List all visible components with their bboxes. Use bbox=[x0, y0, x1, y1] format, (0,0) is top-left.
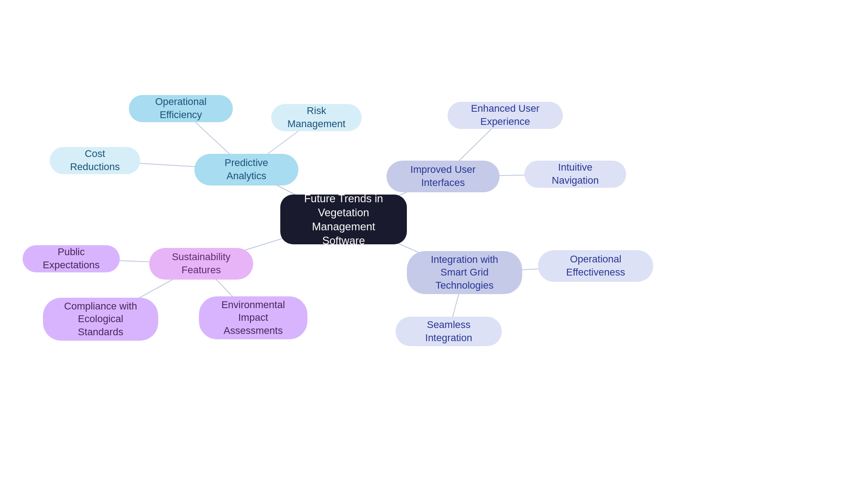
operational-effectiveness-node: Operational Effectiveness bbox=[538, 250, 653, 282]
compliance-ecological-label: Compliance with EcologicalStandards bbox=[54, 300, 147, 339]
enhanced-user-experience-label: Enhanced User Experience bbox=[458, 102, 552, 128]
sustainability-features-label: Sustainability Features bbox=[160, 251, 242, 276]
smart-grid-label: Integration with Smart GridTechnologies bbox=[418, 253, 511, 292]
public-expectations-label: Public Expectations bbox=[33, 246, 109, 271]
compliance-ecological-node: Compliance with EcologicalStandards bbox=[43, 298, 158, 341]
operational-efficiency-label: Operational Efficiency bbox=[140, 95, 222, 121]
smart-grid-node: Integration with Smart GridTechnologies bbox=[407, 251, 522, 294]
operational-effectiveness-label: Operational Effectiveness bbox=[549, 253, 642, 279]
center-label: Future Trends in VegetationManagement So… bbox=[291, 191, 396, 248]
predictive-analytics-node: Predictive Analytics bbox=[194, 154, 298, 186]
center-node: Future Trends in VegetationManagement So… bbox=[280, 195, 407, 244]
risk-management-label: Risk Management bbox=[282, 105, 351, 130]
enhanced-user-experience-node: Enhanced User Experience bbox=[448, 102, 563, 129]
cost-reductions-label: Cost Reductions bbox=[61, 147, 129, 173]
intuitive-navigation-node: Intuitive Navigation bbox=[524, 161, 626, 188]
environmental-impact-node: Environmental ImpactAssessments bbox=[199, 296, 307, 339]
improved-user-interfaces-label: Improved User Interfaces bbox=[397, 163, 489, 189]
cost-reductions-node: Cost Reductions bbox=[50, 147, 140, 174]
intuitive-navigation-label: Intuitive Navigation bbox=[535, 161, 615, 187]
improved-user-interfaces-node: Improved User Interfaces bbox=[387, 161, 500, 192]
risk-management-node: Risk Management bbox=[271, 104, 362, 131]
environmental-impact-label: Environmental ImpactAssessments bbox=[210, 299, 297, 338]
operational-efficiency-node: Operational Efficiency bbox=[129, 95, 233, 122]
public-expectations-node: Public Expectations bbox=[23, 245, 120, 272]
predictive-analytics-label: Predictive Analytics bbox=[205, 157, 288, 182]
seamless-integration-label: Seamless Integration bbox=[406, 319, 491, 344]
seamless-integration-node: Seamless Integration bbox=[396, 317, 502, 346]
sustainability-features-node: Sustainability Features bbox=[149, 248, 253, 280]
